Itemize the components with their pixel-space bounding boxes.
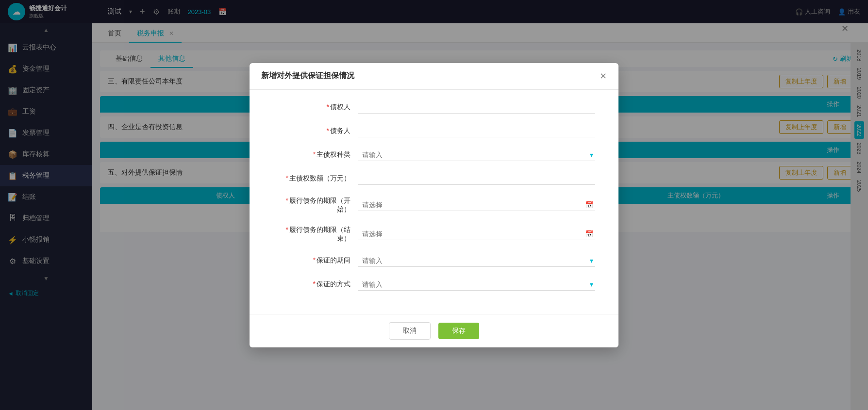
guarantee-method-arrow[interactable]: ▾ [590,280,595,288]
guarantee-period-wrap: ▾ [358,255,595,267]
debtor-input[interactable] [358,125,595,137]
guarantee-method-wrap: ▾ [358,279,595,291]
debt-period-start-label: *履行债务的期限（开始） [273,197,351,214]
date-end-cal-icon[interactable]: 📅 [585,230,595,238]
dialog-title: 新增对外提供保证担保情况 [261,71,354,81]
debt-period-start-input[interactable] [358,199,585,211]
form-row-debt-period-start: *履行债务的期限（开始） 📅 [273,197,595,214]
dialog-footer: 取消 保存 [250,314,618,347]
form-row-guarantee-method: *保证的方式 ▾ [273,279,595,291]
main-creditor-amount-label: *主债权数额（万元） [273,174,351,183]
form-row-main-creditor-amount: *主债权数额（万元） [273,173,595,185]
save-button[interactable]: 保存 [438,323,479,339]
main-creditor-type-label: *主债权种类 [273,150,351,159]
dialog-close-button[interactable]: ✕ [600,71,607,82]
creditor-label: *债权人 [273,103,351,112]
modal-overlay: 新增对外提供保证担保情况 ✕ *债权人 *债务人 *主债权种类 [0,0,868,410]
cancel-button[interactable]: 取消 [389,322,431,340]
guarantee-method-input[interactable] [358,279,590,290]
date-start-cal-icon[interactable]: 📅 [585,201,595,209]
form-row-debtor: *债务人 [273,125,595,137]
guarantee-method-label: *保证的方式 [273,280,351,289]
main-creditor-type-arrow[interactable]: ▾ [590,151,595,159]
debt-period-end-input[interactable] [358,228,585,240]
main-creditor-type-input[interactable] [358,149,590,161]
debt-period-end-wrap: 📅 [358,228,595,240]
creditor-input[interactable] [358,101,595,114]
main-creditor-amount-input[interactable] [358,173,595,185]
form-row-main-creditor-type: *主债权种类 ▾ [273,149,595,161]
guarantee-period-input[interactable] [358,255,590,266]
guarantee-period-label: *保证的期间 [273,256,351,265]
form-row-guarantee-period: *保证的期间 ▾ [273,255,595,267]
main-creditor-type-wrap: ▾ [358,149,595,161]
dialog-body: *债权人 *债务人 *主债权种类 ▾ [250,90,618,314]
dialog: 新增对外提供保证担保情况 ✕ *债权人 *债务人 *主债权种类 [250,63,618,347]
form-row-creditor: *债权人 [273,101,595,114]
debt-period-end-label: *履行债务的期限（结束） [273,226,351,243]
form-row-debt-period-end: *履行债务的期限（结束） 📅 [273,226,595,243]
debt-period-start-wrap: 📅 [358,199,595,211]
debtor-label: *债务人 [273,127,351,135]
dialog-header: 新增对外提供保证担保情况 ✕ [250,63,618,90]
guarantee-period-arrow[interactable]: ▾ [590,257,595,264]
